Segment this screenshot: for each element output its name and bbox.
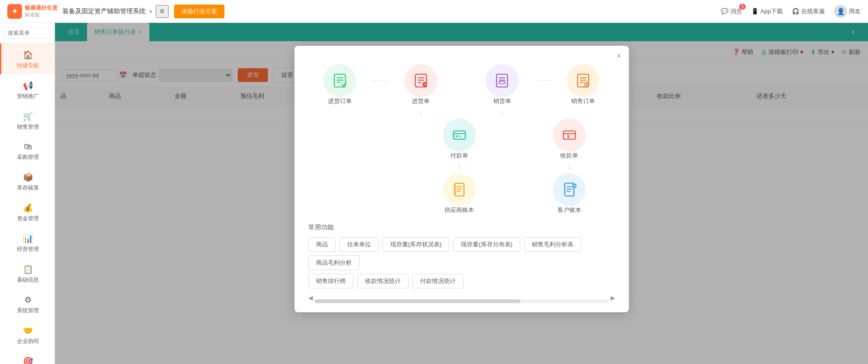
sale-bill-label: 销货单 [493, 97, 511, 105]
purchase-icon: 🛍 [24, 142, 32, 152]
flow-node-sale-bill: 销货单 [475, 64, 529, 105]
modal-scroll-thumb [315, 299, 520, 303]
flow-node-customer-ledger: 客户账本 [533, 173, 606, 214]
sidebar-item-system[interactable]: ⚙ 系统管理 [0, 288, 55, 319]
download-icon: 📱 [751, 8, 759, 15]
message-badge: 5 [739, 4, 746, 10]
basic-info-icon: 📋 [23, 264, 33, 274]
app-download-label: App下载 [760, 7, 783, 16]
func-btn-stock-dist[interactable]: 现存量(库存分布表) [453, 237, 520, 252]
search-input[interactable] [4, 27, 51, 38]
logo-icon: ✦ [7, 4, 22, 19]
down-arrow-purchase: ↓ [394, 107, 448, 117]
func-btn-goods[interactable]: 商品 [308, 237, 336, 252]
modal-scrollbar: ◀ ▶ [308, 292, 615, 303]
message-item[interactable]: 💬 消息 5 [721, 7, 742, 16]
quick-nav-icon: 🏠 [23, 50, 33, 60]
system-name: 装备及固定资产辅助管理系统 [62, 7, 146, 16]
sidebar-item-sales[interactable]: 🛒 销售管理 [0, 105, 55, 136]
receipt-label: 收款单 [560, 152, 578, 160]
flow-node-receipt: ¥ 收款单 [533, 119, 606, 160]
sidebar-item-label: 基础信息 [17, 276, 39, 284]
supplier-ledger-label: 供应商账本 [444, 206, 474, 214]
trial-button[interactable]: 体验行业方案 [174, 5, 224, 18]
flow-node-sale-order: 销售订单 [556, 64, 610, 105]
message-icon: 💬 [721, 8, 728, 15]
sale-order-label: 销售订单 [571, 97, 595, 105]
sidebar-item-finance[interactable]: 💰 资金管理 [0, 196, 55, 227]
svg-rect-28 [455, 183, 464, 196]
sidebar-item-quick-nav[interactable]: 🏠 快捷导航 [0, 43, 55, 74]
user-label: 用友 [849, 7, 861, 16]
down-arrow-sale: ↓ [475, 107, 529, 117]
svg-rect-32 [453, 184, 456, 195]
sidebar-item-label: 快捷导航 [17, 62, 39, 70]
top-right: 💬 消息 5 📱 App下载 🎧 在线客服 👤 用友 [721, 5, 861, 18]
sidebar-item-operation[interactable]: 📊 经营管理 [0, 227, 55, 258]
finance-icon: 💰 [23, 203, 33, 213]
func-btn-payment-stat[interactable]: 付款情况统计 [412, 274, 464, 288]
sidebar-item-marketing[interactable]: 📢 营销推广 [0, 74, 55, 105]
sidebar-item-label: 采购管理 [17, 153, 39, 161]
marketing-icon: 📢 [23, 81, 33, 91]
flow-node-purchase-bill: 进货单 [394, 64, 448, 105]
sidebar-item-label: 销售管理 [17, 123, 39, 131]
gear-button[interactable]: ⚙ [156, 5, 169, 18]
scroll-left-icon[interactable]: ◀ [308, 294, 313, 301]
flow-down-arrows-2: ↓ ↓ [313, 162, 611, 171]
func-btn-counterpart[interactable]: 往来单位 [339, 237, 379, 252]
flow-node-payment: ¥ 付款单 [423, 119, 496, 160]
supplier-ledger-circle [443, 173, 476, 206]
flow-diagram: 进货订单 - - - - → 进货单 [308, 60, 615, 214]
sidebar-item-enterprise[interactable]: 🤝 企业协同 [0, 319, 55, 350]
service-icon: 🎧 [792, 8, 799, 15]
sidebar-item-label: 资金管理 [17, 215, 39, 223]
dropdown-icon[interactable]: ▾ [149, 8, 152, 15]
flow-mid-row: ¥ 付款单 ¥ 收款单 [313, 119, 611, 160]
scroll-right-icon[interactable]: ▶ [611, 294, 615, 301]
user-item[interactable]: 👤 用友 [834, 5, 861, 18]
sidebar-item-beginner[interactable]: 🎯 新手引导 [0, 350, 55, 364]
main-area: 🏠 快捷导航 📢 营销推广 🛒 销售管理 🛍 采购管理 📦 库存核算 💰 [0, 23, 868, 364]
app-download-item[interactable]: 📱 App下载 [751, 7, 783, 16]
sidebar-item-basic-info[interactable]: 📋 基础信息 [0, 258, 55, 288]
purchase-bill-label: 进货单 [412, 97, 430, 105]
sidebar: 🏠 快捷导航 📢 营销推广 🛒 销售管理 🛍 采购管理 📦 库存核算 💰 [0, 23, 55, 364]
payment-label: 付款单 [450, 152, 468, 160]
logo-text: 畅康通好生意 标准版 [25, 5, 58, 18]
online-service-item[interactable]: 🎧 在线客服 [792, 7, 825, 16]
svg-rect-23 [455, 136, 458, 137]
svg-text:¥: ¥ [459, 135, 461, 138]
flow-modal: × 进货订单 - - - - → [295, 46, 629, 312]
sidebar-item-label: 企业协同 [17, 337, 39, 345]
modal-scroll-track[interactable] [315, 299, 609, 303]
arrow-h-1: - - - - → [367, 76, 394, 93]
func-btn-stock-status[interactable]: 现存量(库存状况表) [382, 237, 450, 252]
func-btn-sale-profit[interactable]: 销售毛利分析表 [524, 237, 581, 252]
content-area: 首页 销售订单执行表 × × ❓ 帮助 🖨 按模板打印 ▾ [55, 23, 868, 364]
func-btn-goods-profit[interactable]: 商品毛利分析 [308, 255, 360, 270]
flow-top-row: 进货订单 - - - - → 进货单 [313, 64, 611, 105]
online-service-label: 在线客服 [801, 7, 825, 16]
sales-icon: 🛒 [23, 111, 33, 121]
sale-bill-circle [486, 64, 519, 97]
sidebar-item-purchase[interactable]: 🛍 采购管理 [0, 136, 55, 166]
flow-bottom-row: 供应商账本 客户账本 [313, 173, 611, 214]
svg-rect-13 [499, 81, 505, 84]
purchase-bill-circle [404, 64, 437, 97]
top-bar: ✦ 畅康通好生意 标准版 装备及固定资产辅助管理系统 ▾ ⚙ 体验行业方案 💬 … [0, 0, 868, 23]
spacer-left [313, 107, 367, 117]
sidebar-item-label: 营销推广 [17, 92, 39, 100]
app-wrapper: ✦ 畅康通好生意 标准版 装备及固定资产辅助管理系统 ▾ ⚙ 体验行业方案 💬 … [0, 0, 868, 364]
logo-area: ✦ 畅康通好生意 标准版 [7, 4, 62, 19]
func-btn-receipt-stat[interactable]: 收款情况统计 [357, 274, 409, 288]
sidebar-item-inventory[interactable]: 📦 库存核算 [0, 166, 55, 196]
func-buttons-row1: 商品 往来单位 现存量(库存状况表) 现存量(库存分布表) 销售毛利分析表 商品… [308, 237, 615, 270]
customer-ledger-label: 客户账本 [557, 206, 581, 214]
purchase-order-label: 进货订单 [328, 97, 352, 105]
flow-node-supplier-ledger: 供应商账本 [423, 173, 496, 214]
func-btn-sale-rank[interactable]: 销售排行榜 [308, 274, 354, 288]
func-buttons-row2: 销售排行榜 收款情况统计 付款情况统计 [308, 274, 615, 288]
modal-close-button[interactable]: × [617, 51, 622, 61]
operation-icon: 📊 [23, 234, 33, 244]
